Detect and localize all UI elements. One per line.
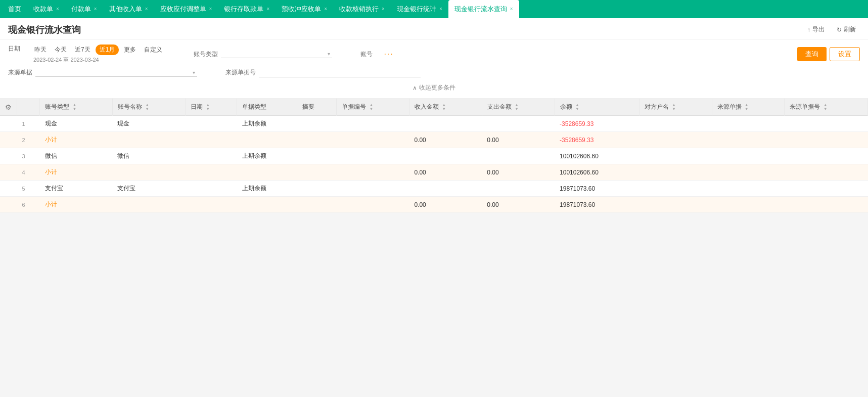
page-title: 现金银行流水查询: [8, 24, 81, 36]
close-receipts-icon[interactable]: ×: [56, 0, 59, 18]
refresh-button[interactable]: ↻ 刷新: [833, 23, 860, 36]
query-button[interactable]: 查询: [797, 47, 827, 61]
col-date[interactable]: 日期 ▲▼: [185, 99, 237, 116]
nav-payments[interactable]: 付款单 ×: [65, 0, 103, 18]
close-adjustment-icon[interactable]: ×: [209, 0, 212, 18]
date-btn-yesterday[interactable]: 昨天: [31, 45, 50, 55]
col-expense[interactable]: 支出金额 ▲▼: [482, 99, 555, 116]
row-account-name-cell: 现金: [112, 116, 185, 132]
date-btn-custom[interactable]: 自定义: [141, 45, 165, 55]
row-expense-cell: [482, 116, 555, 132]
row-account-type-cell: 小计: [40, 132, 113, 148]
account-type-select[interactable]: ▾: [221, 50, 332, 58]
row-source-doc-cell: [712, 164, 785, 181]
col-doc-no[interactable]: 单据编号 ▲▼: [337, 99, 409, 116]
col-doc-type: 单据类型: [237, 99, 297, 116]
source-doc-no-input[interactable]: [259, 68, 421, 77]
row-source-doc-cell: [712, 197, 785, 213]
close-payments-icon[interactable]: ×: [94, 0, 97, 18]
col-balance[interactable]: 余额 ▲▼: [555, 99, 639, 116]
filter-area: 日期 昨天 今天 近7天 近1月 更多 自定义 2023-02-24 至 202…: [0, 39, 868, 99]
close-advance-receipt-icon[interactable]: ×: [324, 0, 327, 18]
table-row: 4 小计 0.00 0.00 100102606.60: [0, 164, 868, 181]
date-label: 日期: [8, 45, 28, 53]
table-settings-icon[interactable]: ⚙: [5, 103, 12, 111]
col-source-doc[interactable]: 来源单据 ▲▼: [712, 99, 785, 116]
nav-flow-query[interactable]: 现金银行流水查询 ×: [448, 0, 519, 18]
sort-account-name-icon: ▲▼: [145, 103, 149, 111]
col-account-type[interactable]: 账号类型 ▲▼: [40, 99, 113, 116]
sort-account-type-icon: ▲▼: [72, 103, 76, 111]
date-btn-today[interactable]: 今天: [52, 45, 70, 55]
source-doc-filter-group: 来源单据 ▾: [8, 68, 197, 77]
nav-bank-deposit[interactable]: 银行存取款单 ×: [218, 0, 276, 18]
row-counterpart-cell: [639, 164, 712, 181]
date-btn-more[interactable]: 更多: [121, 45, 139, 55]
export-button[interactable]: ↑ 导出: [803, 23, 829, 36]
nav-statistics[interactable]: 现金银行统计 ×: [391, 0, 448, 18]
row-num-cell: 5: [17, 181, 40, 197]
header-actions: ↑ 导出 ↻ 刷新: [803, 23, 860, 36]
table-row: 5 支付宝 支付宝 上期余额 19871073.60: [0, 181, 868, 197]
nav-advance-receipt[interactable]: 预收冲应收单 ×: [276, 0, 333, 18]
row-income-cell: 0.00: [409, 197, 482, 213]
row-balance-cell: 100102606.60: [555, 148, 639, 164]
row-doc-type-cell: 上期余额: [237, 181, 297, 197]
close-bank-deposit-icon[interactable]: ×: [266, 0, 269, 18]
collapse-bar[interactable]: ∧ 收起更多条件: [8, 81, 860, 93]
table-row: 6 小计 0.00 0.00 19871073.60: [0, 197, 868, 213]
row-num-cell: 6: [17, 197, 40, 213]
settings-button[interactable]: 设置: [830, 47, 860, 61]
row-account-type-cell: 支付宝: [40, 181, 113, 197]
row-settings-cell: [0, 164, 17, 181]
col-account-name[interactable]: 账号名称 ▲▼: [112, 99, 185, 116]
col-summary: 摘要: [297, 99, 337, 116]
row-doc-type-cell: 上期余额: [237, 148, 297, 164]
col-source-doc-no[interactable]: 来源单据号 ▲▼: [785, 99, 868, 116]
row-account-type-cell: 小计: [40, 197, 113, 213]
row-income-cell: 0.00: [409, 132, 482, 148]
row-expense-cell: 0.00: [482, 164, 555, 181]
col-income[interactable]: 收入金额 ▲▼: [409, 99, 482, 116]
table-row: 3 微信 微信 上期余额 100102606.60: [0, 148, 868, 164]
close-statistics-icon[interactable]: ×: [439, 0, 442, 18]
row-counterpart-cell: [639, 181, 712, 197]
account-type-label: 账号类型: [194, 50, 218, 59]
sort-expense-icon: ▲▼: [515, 103, 519, 111]
source-doc-no-label: 来源单据号: [225, 68, 256, 77]
page-header: 现金银行流水查询 ↑ 导出 ↻ 刷新: [0, 18, 868, 39]
account-dots-button[interactable]: ···: [384, 50, 393, 59]
nav-adjustment[interactable]: 应收应付调整单 ×: [154, 0, 218, 18]
row-date-cell: [185, 197, 237, 213]
account-type-arrow-icon: ▾: [328, 51, 330, 57]
date-btn-7days[interactable]: 近7天: [72, 45, 94, 55]
nav-other-income[interactable]: 其他收入单 ×: [103, 0, 154, 18]
table-row: 1 现金 现金 上期余额 -3528659.33: [0, 116, 868, 132]
row-settings-cell: [0, 116, 17, 132]
row-doc-no-cell: [337, 116, 409, 132]
source-doc-select[interactable]: ▾: [35, 69, 197, 77]
sort-source-doc-no-icon: ▲▼: [824, 103, 828, 111]
nav-receipts[interactable]: 收款单 ×: [27, 0, 65, 18]
row-doc-type-cell: [237, 164, 297, 181]
source-doc-arrow-icon: ▾: [193, 70, 195, 75]
export-icon: ↑: [807, 26, 810, 33]
date-shortcuts: 昨天 今天 近7天 近1月 更多 自定义: [31, 45, 165, 55]
date-btn-1month[interactable]: 近1月: [96, 45, 119, 55]
nav-verification[interactable]: 收款核销执行 ×: [333, 0, 391, 18]
row-doc-no-cell: [337, 148, 409, 164]
close-other-income-icon[interactable]: ×: [145, 0, 148, 18]
row-date-cell: [185, 181, 237, 197]
date-filter-group: 日期 昨天 今天 近7天 近1月 更多 自定义 2023-02-24 至 202…: [8, 45, 165, 64]
row-income-cell: [409, 148, 482, 164]
row-doc-no-cell: [337, 181, 409, 197]
row-account-name-cell: [112, 197, 185, 213]
row-doc-type-cell: [237, 197, 297, 213]
close-verification-icon[interactable]: ×: [382, 0, 385, 18]
nav-home[interactable]: 首页: [2, 0, 27, 18]
account-filter-group: 账号 ···: [360, 50, 393, 59]
row-account-name-cell: 支付宝: [112, 181, 185, 197]
col-counterpart[interactable]: 对方户名 ▲▼: [639, 99, 712, 116]
close-flow-query-icon[interactable]: ×: [510, 0, 513, 18]
row-num-cell: 2: [17, 132, 40, 148]
